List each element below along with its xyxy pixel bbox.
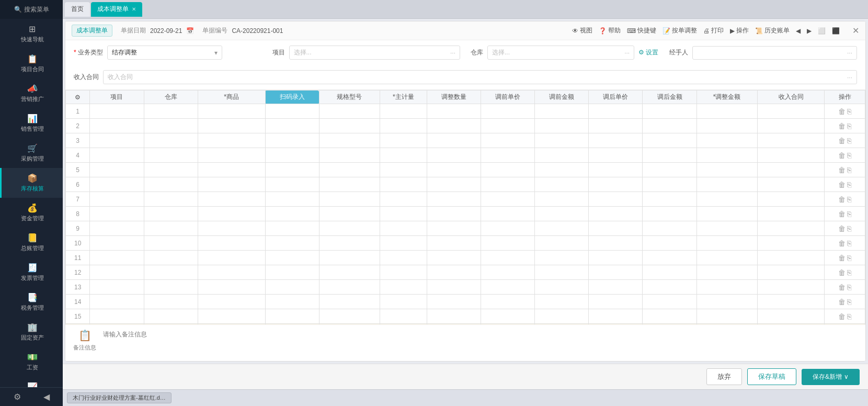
project-more-icon[interactable]: ··· <box>450 49 455 57</box>
sidebar-item-fixed-assets[interactable]: 🏢 固定资产 <box>0 317 63 347</box>
batch-edit-icon: 📝 <box>663 27 670 35</box>
tab-cost-adjust-close[interactable]: ✕ <box>132 6 136 12</box>
copy-row-icon[interactable]: ⎘ <box>847 122 851 130</box>
th-adj_total: *调整金额 <box>696 91 757 104</box>
copy-row-icon[interactable]: ⎘ <box>847 151 851 160</box>
sidebar-item-project-contract[interactable]: 📋 项目合同 <box>0 49 63 78</box>
tab-cost-adjust[interactable]: 成本调整单✕ <box>91 2 142 17</box>
num-label: 单据编号 <box>202 26 227 35</box>
doc-action-operation[interactable]: ▶操作 <box>730 26 749 35</box>
sidebar-item-tax-mgmt[interactable]: 📑 税务管理 <box>0 287 63 317</box>
doc-action-help[interactable]: ❓帮助 <box>599 26 621 35</box>
sidebar-item-invoice-mgmt[interactable]: 🧾 发票管理 <box>0 257 63 287</box>
save-new-button[interactable]: 保存&新增 ∨ <box>802 369 860 385</box>
delete-row-icon[interactable]: 🗑 <box>838 283 846 291</box>
sidebar-search-area[interactable]: 🔍 搜索菜单 <box>0 0 63 19</box>
taskbar-item-wps[interactable]: 木门行业好业财处理方案-墓红红.doc - WPS Office <box>67 392 172 403</box>
delete-row-icon[interactable]: 🗑 <box>838 210 846 218</box>
sidebar-item-purchase-mgmt[interactable]: 🛒 采购管理 <box>0 138 63 168</box>
sidebar-item-sales-mgmt[interactable]: 📊 销售管理 <box>0 108 63 138</box>
form-area: 业务类型 结存调整 ▾ 项目 选择... ··· 仓库 选择... <box>65 40 865 90</box>
delete-row-icon[interactable]: 🗑 <box>838 268 846 277</box>
finance-mgmt-icon: 💰 <box>27 203 38 213</box>
copy-row-icon[interactable]: ⎘ <box>847 107 851 116</box>
delete-row-icon[interactable]: 🗑 <box>838 137 846 145</box>
sidebar-bottom: ⚙ ◀ <box>0 387 63 406</box>
delete-row-icon[interactable]: 🗑 <box>838 181 846 189</box>
row-number: 1 <box>76 108 79 115</box>
doc-action-history[interactable]: 📜历史账单 <box>755 26 790 35</box>
copy-row-icon[interactable]: ⎘ <box>847 268 851 277</box>
sidebar-item-sales-promo[interactable]: 📣 营销推广 <box>0 78 63 108</box>
table-row: 9 🗑 ⎘ <box>66 221 865 236</box>
row-number: 9 <box>76 225 79 232</box>
table-wrapper: ⚙项目仓库*商品扫码录入规格型号*主计量调整数量调前单价调前金额调后单价调后金额… <box>65 90 865 324</box>
save-draft-button[interactable]: 保存草稿 <box>747 368 796 385</box>
delete-row-icon[interactable]: 🗑 <box>838 166 846 174</box>
remark-input[interactable] <box>103 329 859 352</box>
delete-row-icon[interactable]: 🗑 <box>838 122 846 130</box>
doc-action-expand2[interactable]: ⬛ <box>832 27 840 35</box>
doc-action-nav-prev[interactable]: ◀ <box>796 27 801 35</box>
search-button[interactable]: 🔍 搜索菜单 <box>14 5 49 14</box>
doc-action-nav-next[interactable]: ▶ <box>807 27 812 35</box>
tab-home[interactable]: 首页 <box>65 2 90 17</box>
copy-row-icon[interactable]: ⎘ <box>847 210 851 218</box>
copy-row-icon[interactable]: ⎘ <box>847 166 851 174</box>
delete-row-icon[interactable]: 🗑 <box>838 239 846 247</box>
doc-action-batch-edit[interactable]: 📝按单调整 <box>663 26 697 35</box>
sidebar-item-quick-nav[interactable]: ⊞ 快速导航 <box>0 19 63 49</box>
delete-row-icon[interactable]: 🗑 <box>838 254 846 262</box>
copy-row-icon[interactable]: ⎘ <box>847 195 851 204</box>
doc-action-print[interactable]: 🖨打印 <box>703 26 724 35</box>
th-adj_qty: 调整数量 <box>427 91 481 104</box>
handler-more-icon[interactable]: ··· <box>847 49 852 57</box>
copy-row-icon[interactable]: ⎘ <box>847 137 851 145</box>
copy-row-icon[interactable]: ⎘ <box>847 224 851 233</box>
biz-type-value: 结存调整 <box>112 48 137 57</box>
income-contract-input[interactable]: 收入合同 ··· <box>103 70 857 84</box>
row-number: 6 <box>76 181 79 188</box>
search-icon: 🔍 <box>14 6 22 13</box>
delete-row-icon[interactable]: 🗑 <box>838 312 846 321</box>
delete-row-icon[interactable]: 🗑 <box>838 107 846 116</box>
warehouse-more-icon[interactable]: ··· <box>624 49 630 57</box>
copy-row-icon[interactable]: ⎘ <box>847 298 851 306</box>
table-row: 14 🗑 ⎘ <box>66 295 865 309</box>
close-button[interactable]: ✕ <box>852 26 859 36</box>
purchase-mgmt-label: 采购管理 <box>21 155 44 163</box>
ops-mgmt-icon: 📈 <box>27 382 38 387</box>
delete-row-icon[interactable]: 🗑 <box>838 195 846 204</box>
income-contract-more-icon[interactable]: ··· <box>847 74 852 81</box>
fixed-assets-icon: 🏢 <box>27 322 38 332</box>
project-row: 项目 选择... ··· <box>272 46 461 60</box>
copy-row-icon[interactable]: ⎘ <box>847 181 851 189</box>
discard-button[interactable]: 放弃 <box>706 368 742 385</box>
sidebar-item-inventory[interactable]: 📦 库存核算 <box>0 168 63 198</box>
th-scan[interactable]: 扫码录入 <box>265 91 319 104</box>
project-label: 项目 <box>272 48 285 57</box>
collapse-icon[interactable]: ◀ <box>43 392 50 402</box>
settings-icon[interactable]: ⚙ <box>14 392 21 402</box>
doc-action-shortcut[interactable]: ⌨快捷键 <box>627 26 656 35</box>
sidebar-item-ledger-mgmt[interactable]: 📒 总账管理 <box>0 228 63 257</box>
sidebar-item-payroll[interactable]: 💵 工资 <box>0 347 63 377</box>
sidebar-item-finance-mgmt[interactable]: 💰 资金管理 <box>0 198 63 228</box>
handler-input[interactable]: ··· <box>692 46 858 60</box>
copy-row-icon[interactable]: ⎘ <box>847 239 851 247</box>
delete-row-icon[interactable]: 🗑 <box>838 224 846 233</box>
copy-row-icon[interactable]: ⎘ <box>847 254 851 262</box>
biz-type-input[interactable]: 结存调整 ▾ <box>107 46 222 60</box>
copy-row-icon[interactable]: ⎘ <box>847 312 851 321</box>
doc-action-view[interactable]: 👁视图 <box>572 26 592 35</box>
delete-row-icon[interactable]: 🗑 <box>838 298 846 306</box>
copy-row-icon[interactable]: ⎘ <box>847 283 851 291</box>
table-row: 8 🗑 ⎘ <box>66 207 865 221</box>
remark-label: 备注信息 <box>73 344 96 352</box>
doc-action-expand1[interactable]: ⬜ <box>818 27 826 35</box>
project-input[interactable]: 选择... ··· <box>289 46 461 60</box>
warehouse-input[interactable]: 选择... ··· <box>487 46 634 60</box>
sidebar-item-ops-mgmt[interactable]: 📈 经营管理 <box>0 377 63 387</box>
row-number: 5 <box>76 166 79 174</box>
delete-row-icon[interactable]: 🗑 <box>838 151 846 160</box>
